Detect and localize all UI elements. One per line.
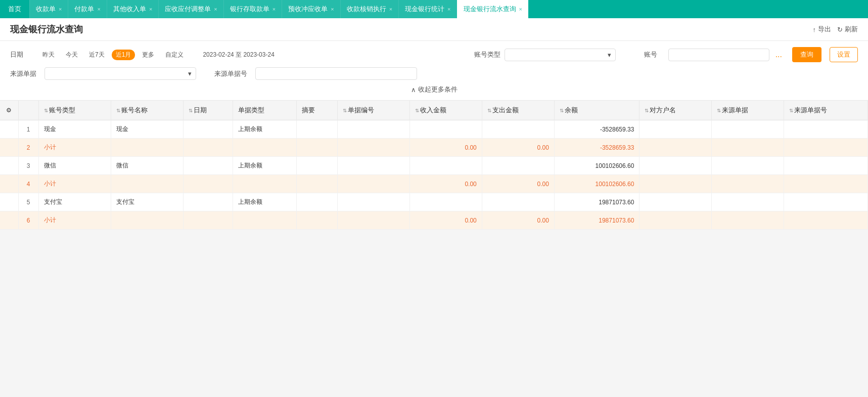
nav-tab-label: 预收冲应收单 — [288, 5, 328, 14]
cell-date — [183, 157, 233, 175]
column-gear[interactable]: ⚙ — [0, 101, 18, 120]
table-row: 4小计0.000.00100102606.60 — [0, 175, 868, 193]
account-input[interactable] — [668, 49, 769, 61]
column-summary: 摘要 — [296, 101, 337, 120]
nav-tab-银行存取款单[interactable]: 银行存取款单 × — [223, 0, 282, 18]
cell-counterpart — [639, 157, 712, 175]
cell-balance: 19871073.60 — [554, 211, 639, 230]
column-account-type[interactable]: ⇅账号类型 — [38, 101, 111, 120]
cell-gear — [0, 120, 18, 139]
column-counterpart[interactable]: ⇅对方户名 — [639, 101, 712, 120]
cell-account-type: 小计 — [38, 139, 111, 157]
cell-account-name: 现金 — [111, 120, 183, 139]
nav-tab-收款单[interactable]: 收款单 × — [29, 0, 68, 18]
cell-expense: 0.00 — [482, 139, 554, 157]
nav-tab-应收应付调整单[interactable]: 应收应付调整单 × — [158, 0, 223, 18]
cell-summary — [296, 175, 337, 193]
cell-income — [409, 157, 482, 175]
query-button[interactable]: 查询 — [792, 47, 821, 62]
chevron-down-icon: ▾ — [188, 70, 192, 77]
cell-gear — [0, 157, 18, 175]
cell-gear — [0, 175, 18, 193]
date-option-today[interactable]: 今天 — [62, 50, 82, 60]
nav-tab-收款核销执行[interactable]: 收款核销执行 × — [340, 0, 398, 18]
source-doc-label: 来源单据 — [10, 69, 36, 78]
column-source-doc-no[interactable]: ⇅来源单据号 — [784, 101, 868, 120]
cell-seq: 1 — [18, 120, 38, 139]
cell-income: 0.00 — [409, 175, 482, 193]
close-icon[interactable]: × — [97, 6, 100, 12]
cell-doc-no — [337, 211, 409, 230]
table-row: 1现金现金上期余额-3528659.33 — [0, 120, 868, 139]
cell-seq: 3 — [18, 157, 38, 175]
close-icon[interactable]: × — [519, 6, 522, 12]
close-icon[interactable]: × — [447, 6, 450, 12]
cell-income — [409, 193, 482, 211]
close-icon[interactable]: × — [59, 6, 62, 12]
cell-balance: -3528659.33 — [554, 139, 639, 157]
date-options: 昨天 今天 近7天 近1月 更多 自定义 — [38, 50, 188, 60]
cell-doc-type — [233, 211, 296, 230]
cell-income: 0.00 — [409, 211, 482, 230]
cell-account-type: 小计 — [38, 175, 111, 193]
column-doc-no[interactable]: ⇅单据编号 — [337, 101, 409, 120]
cell-account-type: 微信 — [38, 157, 111, 175]
column-balance[interactable]: ⇅余额 — [554, 101, 639, 120]
refresh-label: 刷新 — [845, 25, 858, 34]
cell-account-type: 支付宝 — [38, 193, 111, 211]
column-source-doc[interactable]: ⇅来源单据 — [712, 101, 784, 120]
date-range-display: 2023-02-24 至 2023-03-24 — [203, 51, 274, 59]
cell-source-doc-no — [784, 157, 868, 175]
column-seq — [18, 101, 38, 120]
cell-expense — [482, 157, 554, 175]
nav-tab-label: 应收应付调整单 — [165, 5, 211, 14]
cell-summary — [296, 211, 337, 230]
cell-counterpart — [639, 175, 712, 193]
column-date[interactable]: ⇅日期 — [183, 101, 233, 120]
cell-expense: 0.00 — [482, 175, 554, 193]
cell-gear — [0, 211, 18, 230]
nav-home[interactable]: 首页 — [0, 0, 29, 18]
refresh-icon: ↻ — [837, 26, 843, 33]
source-doc-select[interactable]: ▾ — [44, 67, 196, 80]
table-row: 2小计0.000.00-3528659.33 — [0, 139, 868, 157]
column-account-name[interactable]: ⇅账号名称 — [111, 101, 183, 120]
cell-income — [409, 120, 482, 139]
close-icon[interactable]: × — [149, 6, 152, 12]
nav-tab-现金银行统计[interactable]: 现金银行统计 × — [398, 0, 456, 18]
filter-area: 日期 昨天 今天 近7天 近1月 更多 自定义 2023-02-24 至 202… — [0, 41, 868, 101]
collapse-button[interactable]: ∧ 收起更多条件 — [411, 85, 458, 94]
account-type-select[interactable]: ▾ — [505, 49, 616, 61]
refresh-button[interactable]: ↻ 刷新 — [837, 25, 858, 34]
cell-doc-no — [337, 139, 409, 157]
cell-source-doc-no — [784, 175, 868, 193]
date-option-more[interactable]: 更多 — [138, 50, 158, 60]
date-option-1month[interactable]: 近1月 — [112, 50, 135, 60]
table-container: ⚙ ⇅账号类型 ⇅账号名称 ⇅日期 单据类型 摘要 ⇅单据编号 ⇅收入金额 ⇅支… — [0, 101, 868, 230]
cell-seq: 5 — [18, 193, 38, 211]
close-icon[interactable]: × — [272, 6, 276, 12]
nav-tab-预收冲应收单[interactable]: 预收冲应收单 × — [282, 0, 340, 18]
column-income[interactable]: ⇅收入金额 — [409, 101, 482, 120]
close-icon[interactable]: × — [331, 6, 334, 12]
date-option-7days[interactable]: 近7天 — [85, 50, 109, 60]
close-icon[interactable]: × — [389, 6, 392, 12]
close-icon[interactable]: × — [214, 6, 217, 12]
date-option-yesterday[interactable]: 昨天 — [38, 50, 59, 60]
nav-tab-付款单[interactable]: 付款单 × — [68, 0, 106, 18]
account-dots-button[interactable]: ... — [773, 50, 784, 59]
nav-tab-其他收入单[interactable]: 其他收入单 × — [107, 0, 158, 18]
nav-tab-现金银行流水查询[interactable]: 现金银行流水查询 × — [457, 0, 528, 18]
cell-gear — [0, 193, 18, 211]
column-expense[interactable]: ⇅支出金额 — [482, 101, 554, 120]
cell-date — [183, 211, 233, 230]
nav-tab-label: 现金银行流水查询 — [464, 5, 516, 14]
date-option-custom[interactable]: 自定义 — [161, 50, 188, 60]
export-button[interactable]: ↑ 导出 — [813, 25, 832, 34]
cell-summary — [296, 157, 337, 175]
cell-date — [183, 193, 233, 211]
cell-source-doc-no — [784, 120, 868, 139]
cell-doc-no — [337, 120, 409, 139]
settings-button[interactable]: 设置 — [830, 47, 858, 62]
source-doc-no-input[interactable] — [255, 67, 417, 80]
